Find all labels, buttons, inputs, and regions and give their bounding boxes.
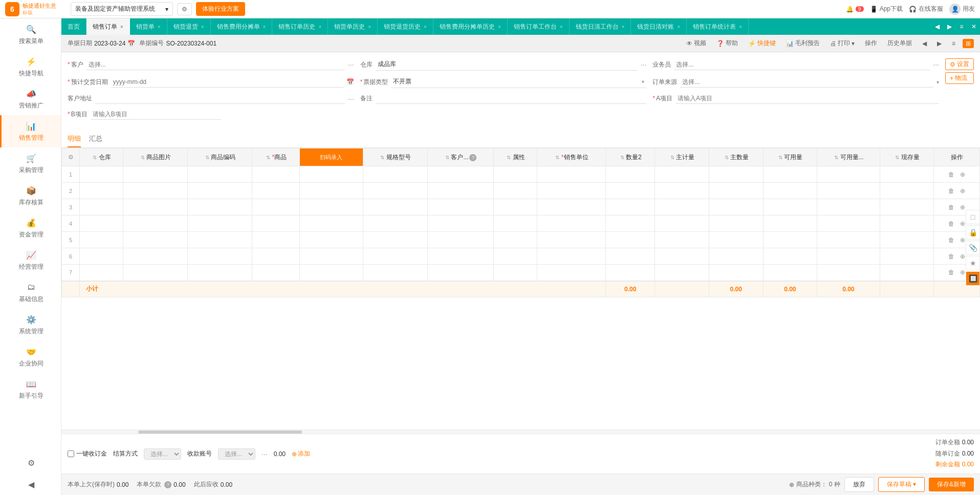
row-copy-btn[interactable]: ⊕ [958, 186, 967, 196]
tab-detail[interactable]: 明细 [68, 131, 81, 147]
cell-code-2[interactable] [188, 183, 252, 199]
cell-scan-7[interactable] [300, 265, 363, 281]
profit-btn[interactable]: 📊 毛利预告 [783, 38, 823, 49]
add-btn[interactable]: ⊕ 添加 [292, 449, 310, 458]
row-delete-btn[interactable]: 🗑 [947, 203, 956, 212]
account-select[interactable]: 选择... [218, 448, 255, 460]
tab-close-icon[interactable]: × [318, 24, 321, 30]
tab-sales-workbench[interactable]: 销售订单工作台× [508, 18, 570, 35]
row-delete-btn[interactable]: 🗑 [947, 235, 956, 245]
cell-stock-5[interactable] [880, 232, 934, 248]
col-scan[interactable]: 扫码录入 [300, 148, 363, 166]
cell-warehouse-6[interactable] [80, 248, 123, 265]
cell-code-4[interactable] [188, 216, 252, 232]
invoice-select[interactable]: 不开票 ▾ [391, 76, 646, 88]
cell-available2-5[interactable] [817, 232, 880, 248]
sidebar-item-purchase[interactable]: 🛒采购管理 [0, 147, 61, 180]
cell-product-5[interactable] [252, 232, 299, 248]
cell-stock-4[interactable] [880, 216, 934, 232]
row-delete-btn[interactable]: 🗑 [947, 170, 956, 179]
tab-next-btn[interactable]: ▶ [943, 18, 955, 35]
order-source-input[interactable] [680, 77, 933, 88]
save-new-button[interactable]: 保存&新增 [929, 478, 974, 491]
address-dots[interactable]: ··· [348, 95, 354, 103]
cell-available1-4[interactable] [763, 216, 817, 232]
cell-stock-6[interactable] [880, 248, 934, 265]
set-btn[interactable]: ⚙ 设置 [945, 58, 974, 70]
cell-main-unit-3[interactable] [655, 199, 709, 216]
shortcut-btn[interactable]: ⚡ 快捷键 [745, 38, 779, 49]
tab-sales-order-history[interactable]: 销售订单历史× [272, 18, 328, 35]
app-download-btn[interactable]: 📱 App下载 [870, 5, 903, 13]
cell-code-5[interactable] [188, 232, 252, 248]
cell-customer-code-1[interactable] [427, 166, 493, 183]
cell-available1-5[interactable] [763, 232, 817, 248]
cell-available2-7[interactable] [817, 265, 880, 281]
cell-unit-6[interactable] [537, 248, 606, 265]
column-settings-icon[interactable]: ⚙ [65, 152, 76, 163]
float-btn-1[interactable]: □ [966, 210, 980, 224]
tab-close-icon[interactable]: × [201, 24, 204, 30]
cell-qty2-2[interactable] [605, 183, 655, 199]
tab-sales-stats[interactable]: 销售订单统计表× [687, 18, 749, 35]
cell-unit-5[interactable] [537, 232, 606, 248]
cell-available2-3[interactable] [817, 199, 880, 216]
cell-available2-6[interactable] [817, 248, 880, 265]
address-input[interactable] [95, 93, 345, 104]
cell-scan-4[interactable] [300, 216, 363, 232]
row-delete-btn[interactable]: 🗑 [947, 268, 956, 277]
cell-spec-6[interactable] [363, 248, 427, 265]
tab-close-icon[interactable]: × [739, 24, 742, 30]
cell-available1-1[interactable] [763, 166, 817, 183]
staff-input[interactable] [674, 59, 930, 70]
cell-available1-3[interactable] [763, 199, 817, 216]
customer-input[interactable] [86, 59, 345, 70]
cell-customer-code-7[interactable] [427, 265, 493, 281]
calendar-icon[interactable]: 📅 [346, 78, 354, 85]
cell-available1-6[interactable] [763, 248, 817, 265]
note-input[interactable] [376, 93, 647, 104]
cell-unit-3[interactable] [537, 199, 606, 216]
calendar-icon[interactable]: 📅 [127, 40, 135, 47]
history-btn[interactable]: 历史单据 [884, 38, 915, 49]
warehouse-dots[interactable]: ··· [641, 60, 647, 69]
help-btn[interactable]: ❓ 帮助 [713, 38, 741, 49]
scan-btn[interactable]: 扫码录入 [316, 153, 346, 162]
tab-sales-return[interactable]: 销货单× [130, 18, 167, 35]
cell-code-7[interactable] [188, 265, 252, 281]
tab-sales-order[interactable]: 销售订单× [86, 18, 130, 35]
sidebar-item-finance[interactable]: 💰资金管理 [0, 212, 61, 244]
print-btn[interactable]: 🖨 打印 ▾ [827, 38, 858, 49]
row-delete-btn[interactable]: 🗑 [947, 186, 956, 196]
tab-sales-retreat-history[interactable]: 销货退货历史× [378, 18, 433, 35]
float-btn-2[interactable]: 🔒 [966, 225, 980, 240]
cell-spec-1[interactable] [363, 166, 427, 183]
cell-stock-1[interactable] [880, 166, 934, 183]
tab-menu-btn[interactable]: ≡ [955, 18, 968, 35]
cell-warehouse-1[interactable] [80, 166, 123, 183]
cell-unit-7[interactable] [537, 265, 606, 281]
cell-customer-code-6[interactable] [427, 248, 493, 265]
tab-sales-fee-history[interactable]: 销售费用分摊单历史× [433, 18, 508, 35]
cell-qty2-3[interactable] [605, 199, 655, 216]
float-btn-3[interactable]: 📎 [966, 241, 980, 255]
cell-unit-2[interactable] [537, 183, 606, 199]
sidebar-item-guide[interactable]: 📖新手引导 [0, 373, 61, 405]
cell-warehouse-4[interactable] [80, 216, 123, 232]
float-btn-5[interactable]: 🔲 [966, 271, 980, 286]
cell-spec-7[interactable] [363, 265, 427, 281]
next-record-btn[interactable]: ▶ [934, 39, 945, 48]
tab-summary[interactable]: 汇总 [89, 131, 102, 147]
tab-cash-verify[interactable]: 钱货日清对账× [631, 18, 687, 35]
sidebar-item-marketing[interactable]: 📣营销推广 [0, 83, 61, 115]
cell-image-7[interactable] [123, 265, 188, 281]
tab-sales-retreat[interactable]: 销货退货× [167, 18, 211, 35]
tab-close-icon[interactable]: × [677, 24, 680, 30]
cell-code-3[interactable] [188, 199, 252, 216]
cell-main-unit-5[interactable] [655, 232, 709, 248]
discard-button[interactable]: 放弃 [844, 477, 874, 492]
cell-main-unit-4[interactable] [655, 216, 709, 232]
cell-available2-2[interactable] [817, 183, 880, 199]
tab-close-all-btn[interactable]: ✕ [968, 18, 980, 35]
cell-attr-5[interactable] [493, 232, 537, 248]
